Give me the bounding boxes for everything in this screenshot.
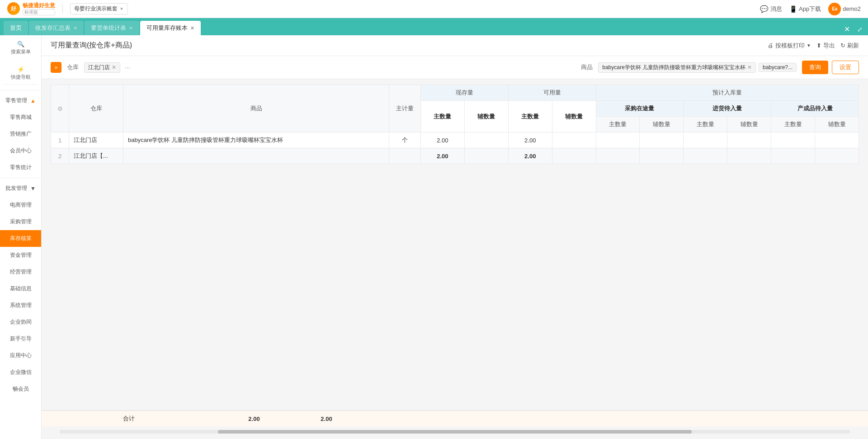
- sidebar-item-member[interactable]: 会员中心: [0, 142, 41, 159]
- quick-nav-label: 快捷导航: [5, 74, 36, 80]
- sidebar-item-purchase-label: 采购管理: [10, 218, 32, 226]
- product-tag-remove[interactable]: ✕: [747, 64, 752, 71]
- row-1-avail-main: 2.00: [508, 132, 552, 148]
- product-filter-label: 商品: [581, 63, 593, 71]
- sidebar-item-enterprise-label: 企业协同: [10, 318, 32, 326]
- sidebar-item-wechat[interactable]: 企业微信: [0, 364, 41, 381]
- quick-nav-btn[interactable]: ⚡ 快捷导航: [4, 62, 38, 85]
- product-tag-text: babycare学饮杯 儿童防摔防撞吸管杯重力球吸嘴杯宝宝水杯: [602, 64, 745, 71]
- tab-available-stock-close[interactable]: ✕: [190, 25, 194, 31]
- sidebar-item-newbie[interactable]: 新手引导: [0, 330, 41, 347]
- tab-order-stats[interactable]: 要货单统计表 ✕: [85, 21, 139, 35]
- sidebar-item-marketing[interactable]: 营销推广: [0, 126, 41, 142]
- total-avail-aux: [344, 415, 381, 422]
- sidebar-item-enterprise[interactable]: 企业协同: [0, 314, 41, 330]
- sidebar-divider-1: [0, 178, 41, 178]
- row-2-num: 2: [51, 148, 69, 164]
- query-btn[interactable]: 查询: [802, 61, 828, 74]
- refresh-btn[interactable]: ↻ 刷新: [840, 42, 859, 50]
- tab-order-stats-label: 要货单统计表: [91, 24, 126, 32]
- nav-close-all-btn[interactable]: ✕: [842, 23, 852, 35]
- product-filter-tags: babycare学饮杯 儿童防摔防撞吸管杯重力球吸嘴杯宝宝水杯 ✕ babyca…: [598, 62, 797, 73]
- product-tag-babycare2: babycare?...: [759, 63, 797, 72]
- filter-toggle-btn[interactable]: »: [51, 62, 61, 73]
- sidebar-nav-area: ⚡ 快捷导航: [0, 61, 41, 88]
- sidebar: 🔍 搜索菜单 ⚡ 快捷导航 零售管理 ▲ 零售商城 营销推广 会员中心 零售统计: [0, 35, 42, 439]
- table-footer: 合计 2.00 2.00: [42, 410, 868, 426]
- sidebar-item-system-label: 系统管理: [10, 302, 32, 309]
- page-header-actions: 🖨 按模板打印 ▼ ⬆ 导出 ↻ 刷新: [768, 42, 859, 50]
- filter-area: » 仓库 江北门店 ✕ ··· 商品 babycare学饮杯 儿童防摔防撞吸管杯…: [42, 56, 868, 79]
- warehouse-tag-remove[interactable]: ✕: [112, 64, 116, 71]
- col-ip-main-header: 主数量: [684, 117, 727, 132]
- export-icon: ⬆: [816, 42, 821, 49]
- tab-order-stats-close[interactable]: ✕: [129, 25, 133, 31]
- warehouse-more-btn[interactable]: ···: [123, 64, 132, 71]
- sidebar-item-inventory[interactable]: 库存核算: [0, 230, 41, 247]
- tab-receipts-close[interactable]: ✕: [73, 25, 77, 31]
- top-bar: 好 畅捷通好生意 标准版 母婴行业演示账套 ▼ 💬 消息 📱 App下载 Ea …: [0, 0, 868, 18]
- top-bar-right: 💬 消息 📱 App下载 Ea demo2: [760, 3, 861, 15]
- col-pt-aux-header: 辅数量: [640, 117, 684, 132]
- sidebar-item-operations[interactable]: 经营管理: [0, 264, 41, 280]
- scrollbar-thumb: [218, 430, 692, 434]
- sidebar-item-appstore-label: 应用中心: [10, 352, 32, 359]
- export-label: 导出: [823, 42, 835, 50]
- refresh-icon: ↻: [840, 42, 845, 49]
- sidebar-item-appstore[interactable]: 应用中心: [0, 347, 41, 364]
- user-name: demo2: [843, 5, 861, 12]
- row-1-ip-aux: [727, 132, 771, 148]
- settings-filter-btn[interactable]: 设置: [832, 61, 859, 74]
- sidebar-item-retail[interactable]: 零售管理 ▲: [0, 92, 41, 109]
- top-bar-left: 好 畅捷通好生意 标准版 母婴行业演示账套 ▼: [7, 2, 128, 15]
- tab-receipts[interactable]: 收发存汇总表 ✕: [29, 21, 84, 35]
- col-finished-header: 产成品待入量: [771, 101, 859, 117]
- tab-home[interactable]: 首页: [4, 21, 28, 35]
- logo-icon: 好: [7, 2, 20, 15]
- col-avail-main-header: 主数量: [508, 101, 552, 132]
- col-fp-aux-header: 辅数量: [815, 117, 859, 132]
- row-2-warehouse: 江北门店【...: [69, 148, 123, 164]
- user-area[interactable]: Ea demo2: [828, 3, 861, 15]
- search-menu-btn[interactable]: 🔍 搜索菜单: [4, 39, 38, 57]
- row-1-pt-main: [596, 132, 640, 148]
- refresh-label: 刷新: [847, 42, 859, 50]
- col-settings-icon[interactable]: ⚙: [57, 105, 63, 112]
- export-btn[interactable]: ⬆ 导出: [816, 42, 835, 50]
- data-table: ⚙ 仓库 商品 主计量 现存量 可用量 预计入库量 主数量 辅数量 主数量 辅数…: [51, 85, 859, 164]
- sidebar-item-ecommerce[interactable]: 电商管理: [0, 197, 41, 213]
- col-warehouse-header: 仓库: [69, 85, 123, 132]
- sidebar-item-vip-label: 畅会员: [13, 385, 29, 393]
- sidebar-item-finance-label: 资金管理: [10, 251, 32, 259]
- product-tag-babycare: babycare学饮杯 儿童防摔防撞吸管杯重力球吸嘴杯宝宝水杯 ✕: [598, 62, 756, 73]
- product-tag2-text: babycare?...: [763, 64, 793, 71]
- warehouse-filter-tags: 江北门店 ✕ ···: [84, 62, 576, 73]
- row-2-avail-aux: [552, 148, 596, 164]
- app-download-btn[interactable]: 📱 App下载: [789, 5, 821, 13]
- nav-expand-btn[interactable]: ⤢: [855, 24, 864, 35]
- warehouse-filter-label: 仓库: [67, 63, 79, 71]
- sidebar-item-retail-mall[interactable]: 零售商城: [0, 109, 41, 126]
- sidebar-item-wechat-label: 企业微信: [10, 368, 32, 376]
- row-2-product: [123, 148, 389, 164]
- sidebar-item-system[interactable]: 系统管理: [0, 297, 41, 314]
- tab-available-stock[interactable]: 可用量库存账本 ✕: [140, 21, 201, 35]
- col-incoming-header: 预计入库量: [596, 85, 859, 101]
- sidebar-item-wholesale[interactable]: 批发管理 ▼: [0, 180, 41, 197]
- total-stock-main: 2.00: [236, 415, 272, 422]
- row-2-stock-main: 2.00: [421, 148, 465, 164]
- sidebar-item-retail-stats[interactable]: 零售统计: [0, 159, 41, 176]
- sidebar-item-purchase[interactable]: 采购管理: [0, 213, 41, 230]
- filter-actions: 查询 设置: [802, 61, 859, 74]
- template-print-btn[interactable]: 🖨 按模板打印 ▼: [768, 42, 811, 50]
- sidebar-item-vip[interactable]: 畅会员: [0, 381, 41, 397]
- message-btn[interactable]: 💬 消息: [760, 5, 782, 13]
- sidebar-item-basic[interactable]: 基础信息: [0, 280, 41, 297]
- sidebar-item-marketing-label: 营销推广: [10, 130, 32, 138]
- col-settings-header: ⚙: [51, 85, 69, 132]
- horizontal-scrollbar[interactable]: [60, 430, 850, 434]
- row-2-ip-main: [684, 148, 727, 164]
- sidebar-item-operations-label: 经营管理: [10, 268, 32, 276]
- industry-selector[interactable]: 母婴行业演示账套 ▼: [70, 3, 128, 14]
- sidebar-item-finance[interactable]: 资金管理: [0, 247, 41, 264]
